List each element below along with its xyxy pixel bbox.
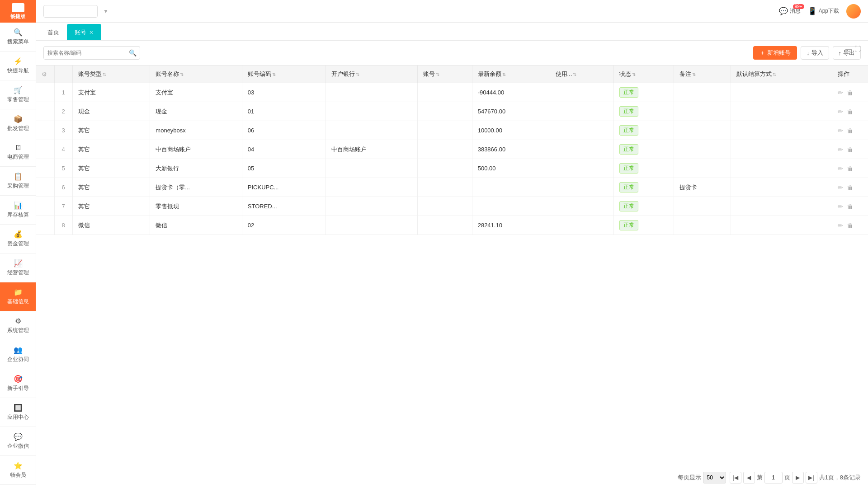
cell-status: 正常 [614, 140, 674, 159]
cell-name: 零售抵现 [150, 197, 242, 216]
maximize-icon[interactable]: ⛶ [854, 45, 861, 52]
add-account-label: 新增账号 [767, 49, 791, 57]
sidebar-item-畅会员[interactable]: ⭐畅会员 [0, 456, 36, 485]
col-default-payment[interactable]: 默认结算方式⇅ [731, 66, 832, 83]
cell-code: 01 [242, 102, 326, 121]
table-row: 4 其它 中百商场账户 04 中百商场账户 383866.00 正常 ✏ 🗑 [36, 140, 868, 159]
action-buttons: ✏ 🗑 [838, 222, 863, 229]
sidebar-item-label: 搜索菜单 [7, 38, 29, 46]
sidebar-item-搜索菜单[interactable]: 🔍搜索菜单 [0, 23, 36, 52]
delete-button[interactable]: 🗑 [847, 89, 853, 96]
toolbar-left: 🔍 [43, 46, 140, 60]
edit-button[interactable]: ✏ [838, 127, 843, 134]
sidebar-item-资金管理[interactable]: 💰资金管理 [0, 225, 36, 253]
toolbar: 🔍 ＋ 新增账号 ↓ 导入 ↑ 导出 [36, 41, 868, 66]
search-button[interactable]: 🔍 [125, 46, 140, 60]
edit-button[interactable]: ✏ [838, 146, 843, 153]
sort-account-icon: ⇅ [436, 72, 439, 77]
tab-home[interactable]: 首页 [40, 24, 67, 40]
message-button[interactable]: 💬 消息 99+ [779, 7, 801, 15]
col-status[interactable]: 状态⇅ [614, 66, 674, 83]
delete-button[interactable]: 🗑 [847, 222, 853, 229]
sidebar-item-经营管理[interactable]: 📈经营管理 [0, 253, 36, 282]
edit-button[interactable]: ✏ [838, 222, 843, 229]
cell-type: 其它 [72, 159, 150, 178]
sidebar-item-采购管理[interactable]: 📋采购管理 [0, 167, 36, 196]
cell-bank [326, 197, 417, 216]
delete-button[interactable]: 🗑 [847, 146, 853, 153]
next-page-button[interactable]: ▶ [792, 472, 804, 483]
sidebar-item-零售管理[interactable]: 🛒零售管理 [0, 80, 36, 109]
sort-name-icon: ⇅ [180, 72, 184, 77]
first-page-button[interactable]: |◀ [730, 472, 741, 483]
top-search-input[interactable] [43, 5, 98, 18]
sidebar-item-批发管理[interactable]: 📦批发管理 [0, 109, 36, 138]
tab-accounts[interactable]: 账号 ✕ [67, 24, 101, 40]
cell-balance: 28241.10 [472, 216, 550, 235]
edit-button[interactable]: ✏ [838, 165, 843, 172]
action-buttons: ✏ 🗑 [838, 165, 863, 172]
tab-home-label: 首页 [47, 28, 59, 37]
delete-button[interactable]: 🗑 [847, 203, 853, 210]
search-input[interactable] [44, 50, 125, 56]
sidebar-item-label: 基础信息 [7, 298, 29, 305]
sidebar-item-label: 资金管理 [7, 240, 29, 248]
col-type[interactable]: 账号类型⇅ [72, 66, 150, 83]
sidebar-icon: 👥 [14, 346, 23, 354]
cell-status: 正常 [614, 216, 674, 235]
edit-button[interactable]: ✏ [838, 203, 843, 210]
cell-default-payment [731, 140, 832, 159]
tab-close-icon[interactable]: ✕ [89, 30, 94, 35]
delete-button[interactable]: 🗑 [847, 165, 853, 172]
settings-icon: ⚙ [42, 71, 47, 78]
sidebar-item-新手引导[interactable]: 🎯新手引导 [0, 369, 36, 398]
col-bank[interactable]: 开户银行⇅ [326, 66, 417, 83]
action-buttons: ✏ 🗑 [838, 184, 863, 191]
page-number-input[interactable] [764, 472, 783, 483]
cell-action: ✏ 🗑 [832, 140, 868, 159]
cell-bank [326, 121, 417, 140]
col-remark[interactable]: 备注⇅ [674, 66, 731, 83]
cell-balance: -90444.00 [472, 83, 550, 102]
per-page-dropdown[interactable]: 50 20 100 [703, 472, 726, 483]
minimize-icon[interactable]: — [845, 45, 852, 52]
edit-button[interactable]: ✏ [838, 89, 843, 96]
import-button[interactable]: ↓ 导入 [801, 46, 829, 60]
sidebar-item-基础信息[interactable]: 📁基础信息 [0, 282, 36, 311]
col-settings[interactable]: ⚙ [36, 66, 54, 83]
delete-button[interactable]: 🗑 [847, 184, 853, 191]
delete-button[interactable]: 🗑 [847, 108, 853, 115]
cell-account [418, 121, 472, 140]
sidebar-item-应用中心[interactable]: 🔲应用中心 [0, 398, 36, 427]
page-size-select: 每页显示 50 20 100 [678, 472, 726, 483]
sidebar-item-企业微信[interactable]: 💬企业微信 [0, 427, 36, 456]
app-download-button[interactable]: 📱 App下载 [808, 7, 839, 15]
sort-type-icon: ⇅ [103, 72, 106, 77]
delete-button[interactable]: 🗑 [847, 127, 853, 134]
cell-status: 正常 [614, 178, 674, 197]
col-name[interactable]: 账号名称⇅ [150, 66, 242, 83]
edit-button[interactable]: ✏ [838, 108, 843, 115]
col-account[interactable]: 账号⇅ [418, 66, 472, 83]
status-badge: 正常 [619, 144, 638, 155]
sidebar-item-快捷导航[interactable]: ⚡快捷导航 [0, 52, 36, 80]
sidebar-item-电商管理[interactable]: 🖥电商管理 [0, 138, 36, 167]
sidebar-item-企业协同[interactable]: 👥企业协同 [0, 340, 36, 369]
cell-balance [472, 178, 550, 197]
col-code[interactable]: 账号编码⇅ [242, 66, 326, 83]
sidebar-item-系统管理[interactable]: ⚙系统管理 [0, 311, 36, 340]
edit-button[interactable]: ✏ [838, 184, 843, 191]
top-header: ▼ 💬 消息 99+ 📱 App下载 [36, 0, 868, 23]
col-balance[interactable]: 最新余额⇅ [472, 66, 550, 83]
prev-page-button[interactable]: ◀ [743, 472, 755, 483]
sidebar-item-库存核算[interactable]: 📊库存核算 [0, 196, 36, 225]
col-usage[interactable]: 使用...⇅ [550, 66, 614, 83]
table-header-row: ⚙ 账号类型⇅ 账号名称⇅ 账号编码⇅ 开户银行⇅ 账号⇅ 最新余额⇅ 使用..… [36, 66, 868, 83]
user-avatar[interactable] [846, 4, 861, 19]
cell-default-payment [731, 197, 832, 216]
sidebar-nav: 🔍搜索菜单⚡快捷导航🛒零售管理📦批发管理🖥电商管理📋采购管理📊库存核算💰资金管理… [0, 23, 36, 488]
last-page-button[interactable]: ▶| [806, 472, 817, 483]
add-account-button[interactable]: ＋ 新增账号 [753, 46, 797, 60]
sidebar-item-label: 零售管理 [7, 96, 29, 103]
action-buttons: ✏ 🗑 [838, 108, 863, 115]
